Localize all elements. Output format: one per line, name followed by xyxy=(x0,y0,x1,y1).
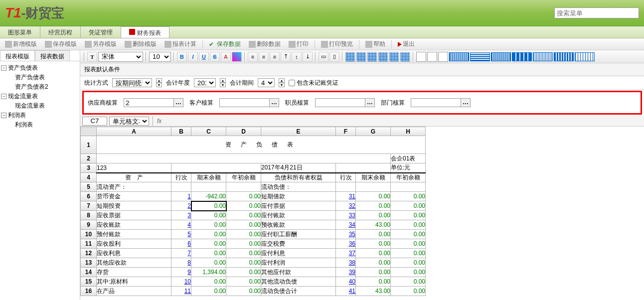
toolbar-7[interactable]: 打印 xyxy=(286,39,312,49)
toolbar-3[interactable]: 删除模版 xyxy=(122,39,160,49)
pattern4[interactable] xyxy=(512,52,532,61)
asset-name-8[interactable]: 应收票据 xyxy=(97,211,171,220)
asset-name-11[interactable]: 应收股利 xyxy=(97,239,171,249)
toolbar-2[interactable]: 另存模版 xyxy=(82,39,120,49)
border4-button[interactable] xyxy=(378,52,388,62)
underline-button[interactable]: U xyxy=(199,52,209,62)
year-up[interactable]: ▲ xyxy=(220,78,226,83)
border1-button[interactable] xyxy=(345,52,355,62)
menu-tab-2[interactable]: 凭证管理 xyxy=(81,26,121,38)
include-checkbox[interactable] xyxy=(289,80,295,86)
method-up[interactable]: ▲ xyxy=(156,78,162,83)
liab-name-9[interactable]: 预收账款 xyxy=(261,220,336,230)
liab-name-7[interactable]: 应付票据 xyxy=(261,201,336,211)
sheet-title[interactable]: 资 产 负 债 表 xyxy=(97,136,426,154)
pattern5[interactable] xyxy=(533,52,553,61)
toolbar-9[interactable]: 帮助 xyxy=(362,39,388,49)
align-right-button[interactable]: ≡ xyxy=(270,52,280,62)
liab-name-8[interactable]: 应付账款 xyxy=(261,211,336,220)
side-tab-1[interactable]: 报表数据 xyxy=(35,50,70,61)
search-input[interactable] xyxy=(554,7,639,18)
toolbar-10[interactable]: 退出 xyxy=(395,39,418,49)
asset-name-14[interactable]: 存货 xyxy=(97,268,171,277)
liab-name-15[interactable]: 其他流动负债 xyxy=(261,277,336,287)
toolbar-8[interactable]: 打印预览 xyxy=(318,39,356,49)
method-select[interactable]: 按期间统计 xyxy=(112,78,152,87)
period-select[interactable]: 4 xyxy=(258,78,275,87)
valign-mid-button[interactable]: ↕ xyxy=(292,52,302,62)
include-unposted-check[interactable]: 包含未记账凭证 xyxy=(289,79,338,87)
year-select[interactable]: 2017 xyxy=(194,78,216,87)
customer-input[interactable] xyxy=(219,98,269,107)
asset-name-9[interactable]: 应收账款 xyxy=(97,220,171,230)
asset-name-6[interactable]: 货币资金 xyxy=(97,192,171,201)
toolbar-4[interactable]: 报表计算 xyxy=(161,39,199,49)
dept-lookup-button[interactable]: … xyxy=(461,98,471,107)
border3-button[interactable] xyxy=(367,52,377,62)
toolbar-5[interactable]: ✔保存数据 xyxy=(206,39,244,49)
pattern2[interactable] xyxy=(470,52,490,61)
italic-button[interactable]: I xyxy=(188,52,198,62)
pattern7[interactable] xyxy=(575,52,595,61)
side-tab-0[interactable]: 报表模版 xyxy=(0,50,35,61)
font-select[interactable]: 宋体 xyxy=(98,52,143,62)
menu-tab-3[interactable]: 财务报表 xyxy=(121,26,169,38)
dept-input[interactable] xyxy=(411,98,461,107)
method-down[interactable]: ▼ xyxy=(156,83,162,87)
col-header-C[interactable]: C xyxy=(191,127,226,136)
swatch1[interactable] xyxy=(416,52,426,62)
swatch3[interactable] xyxy=(438,52,448,62)
asset-name-12[interactable]: 应收利息 xyxy=(97,249,171,258)
liab-name-12[interactable]: 应付利息 xyxy=(261,249,336,258)
period-down[interactable]: ▼ xyxy=(279,83,285,87)
liab-name-14[interactable]: 其他应付款 xyxy=(261,268,336,277)
col-header-G[interactable]: G xyxy=(356,127,391,136)
pattern1[interactable] xyxy=(449,52,469,61)
col-header-A[interactable]: A xyxy=(97,127,171,136)
toolbar-1[interactable]: 保存模版 xyxy=(42,39,80,49)
employee-lookup-button[interactable]: … xyxy=(365,98,375,107)
tree-leaf-0-0[interactable]: 资产负债表 xyxy=(1,73,79,82)
merge-button[interactable]: ▭ xyxy=(319,52,328,62)
liab-name-6[interactable]: 短期借款 xyxy=(261,192,336,201)
tree-leaf-1-0[interactable]: 现金流量表 xyxy=(1,101,79,111)
align-left-button[interactable]: ≡ xyxy=(248,52,258,62)
strike-button[interactable]: S xyxy=(210,52,220,62)
toolbar-6[interactable]: 删除数据 xyxy=(246,39,284,49)
swatch2[interactable] xyxy=(427,52,437,62)
tree-toggle-icon[interactable]: − xyxy=(1,94,6,99)
col-header-F[interactable]: F xyxy=(336,127,356,136)
supplier-input[interactable] xyxy=(124,98,173,107)
pattern6[interactable] xyxy=(554,52,574,61)
menu-tab-1[interactable]: 经营历程 xyxy=(40,26,81,38)
liab-name-10[interactable]: 应付职工薪酬 xyxy=(261,230,336,239)
pattern3[interactable] xyxy=(491,52,511,61)
employee-input[interactable] xyxy=(315,98,365,107)
tree-node-0[interactable]: −资产负债表 xyxy=(1,63,79,73)
menu-tab-0[interactable]: 图形菜单 xyxy=(0,26,40,38)
unmerge-button[interactable]: ▯ xyxy=(329,52,339,62)
fill-button[interactable] xyxy=(232,52,242,62)
fx-label[interactable]: fx xyxy=(157,118,161,125)
bold-button[interactable]: B xyxy=(177,52,187,62)
col-header-E[interactable]: E xyxy=(261,127,336,136)
cell-mode-select[interactable]: 单元格文本 xyxy=(109,117,149,126)
font-icon[interactable]: T xyxy=(87,52,97,62)
customer-lookup-button[interactable]: … xyxy=(269,98,279,107)
border5-button[interactable] xyxy=(389,52,399,62)
border2-button[interactable] xyxy=(356,52,366,62)
size-select[interactable]: 10 xyxy=(149,52,171,62)
tree-leaf-0-1[interactable]: 资产负债表2 xyxy=(1,82,79,92)
valign-bot-button[interactable]: ⤓ xyxy=(303,52,313,62)
liab-name-13[interactable]: 应付利润 xyxy=(261,258,336,268)
cell-reference[interactable] xyxy=(82,117,107,126)
col-header-H[interactable]: H xyxy=(391,127,426,136)
asset-name-13[interactable]: 其他应收款 xyxy=(97,258,171,268)
toolbar-0[interactable]: 新增模版 xyxy=(2,39,40,49)
year-down[interactable]: ▼ xyxy=(220,83,226,87)
color-button[interactable]: A xyxy=(221,52,231,62)
asset-name-15[interactable]: 其中:原材料 xyxy=(97,277,171,287)
col-header-D[interactable]: D xyxy=(226,127,261,136)
tree-toggle-icon[interactable]: − xyxy=(1,65,6,71)
col-header-B[interactable]: B xyxy=(171,127,191,136)
